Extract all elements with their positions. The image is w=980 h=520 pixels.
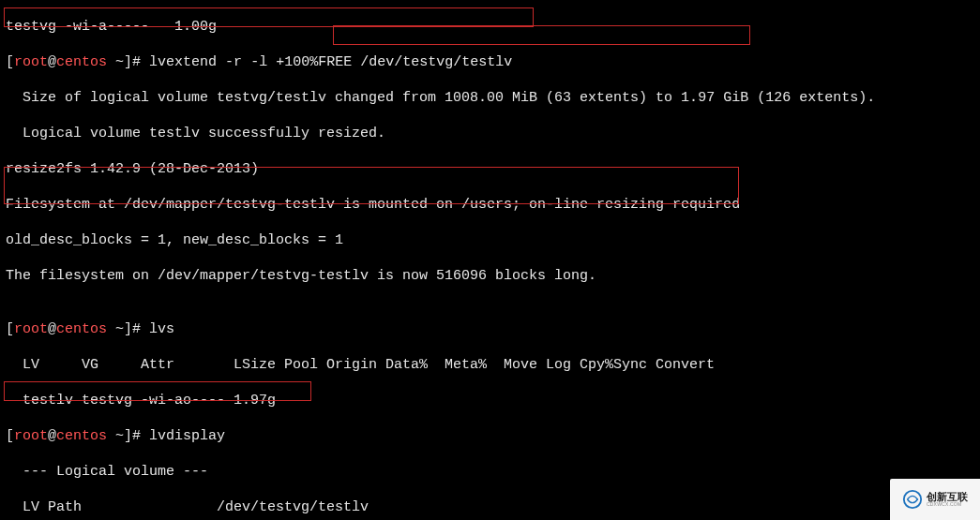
terminal[interactable]: testvg -wi-a----- 1.00g [root@centos ~]#… [0,0,980,520]
lvdisplay-line: LV Path /dev/testvg/testlv [6,498,974,516]
size-change-fragment: changed from 1008.00 MiB (63 extents) to… [335,90,748,106]
lvdisplay-line: --- Logical volume --- [6,463,974,481]
watermark: 创新互联 CDXWCX.COM [890,479,980,520]
svg-point-0 [904,491,921,508]
truncated-prev-output: testvg -wi-a----- 1.00g [6,18,974,36]
output-line: old_desc_blocks = 1, new_desc_blocks = 1 [6,231,974,249]
command-lvdisplay: lvdisplay [149,428,225,444]
output-size-line: Size of logical volume testvg/testlv cha… [6,89,974,107]
output-line: The filesystem on /dev/mapper/testvg-tes… [6,267,974,285]
prompt-host: centos [56,54,107,70]
command-lvextend: lvextend -r -l +100%FREE /dev/testvg/tes… [149,54,512,70]
prompt-user: root [14,428,48,444]
prompt-path: ~ [115,54,124,70]
lvs-header: LV VG Attr LSize Pool Origin Data% Meta%… [6,356,974,374]
command-lvs: lvs [149,321,174,337]
lvs-row: testlv testvg -wi-ao---- 1.97g [6,392,974,409]
output-line: resize2fs 1.42.9 (28-Dec-2013) [6,160,974,178]
watermark-text-en: CDXWCX.COM [927,502,968,508]
output-line: Logical volume testlv successfully resiz… [6,125,974,142]
prompt-line-1: [root@centos ~]# lvextend -r -l +100%FRE… [6,53,974,71]
prompt-line-3: [root@centos ~]# lvdisplay [6,427,974,445]
prompt-path: ~ [115,428,124,444]
prompt-line-2: [root@centos ~]# lvs [6,320,974,338]
watermark-logo-icon [902,489,923,510]
output-line: Filesystem at /dev/mapper/testvg-testlv … [6,196,974,214]
prompt-user: root [14,321,48,337]
prompt-host: centos [56,428,107,444]
prompt-host: centos [56,321,107,337]
prompt-user: root [14,54,48,70]
prompt-path: ~ [115,321,124,337]
